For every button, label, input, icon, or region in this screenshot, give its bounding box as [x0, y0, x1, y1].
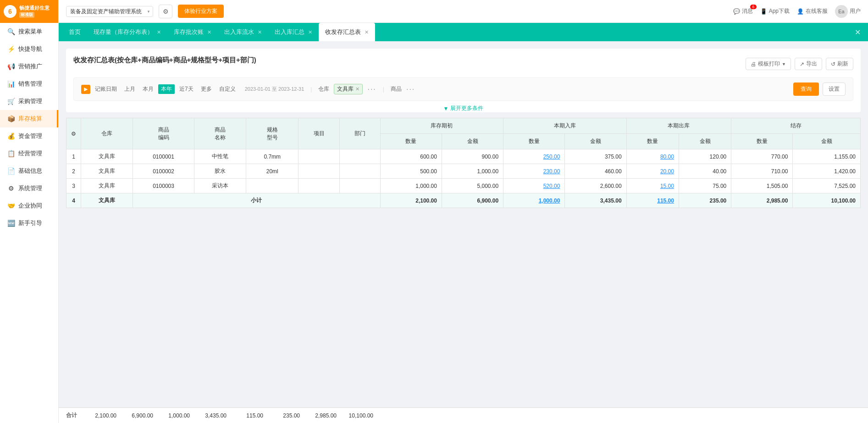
date-btn-last-month[interactable]: 上月 — [122, 84, 138, 94]
template-print-btn[interactable]: 🖨 模板打印 ▼ — [746, 58, 791, 70]
online-service-action[interactable]: 👤 在线客服 — [797, 7, 828, 15]
date-range-text: 2023-01-01 至 2023-12-31 — [245, 86, 304, 93]
tab-close-icon[interactable]: ✕ — [308, 29, 312, 35]
sidebar-item-basic[interactable]: 📄基础信息 — [0, 162, 58, 180]
cell-close-qty: 770.00 — [731, 149, 793, 164]
cell-out-amt: 120.00 — [679, 149, 731, 164]
user-label: 用户 — [850, 7, 861, 15]
export-btn[interactable]: ↗ 导出 — [795, 58, 822, 70]
cell-out-qty[interactable]: 20.00 — [626, 164, 679, 179]
tabbar: 首页现存量（库存分布表）✕库存批次账✕出入库流水✕出入库汇总✕收发存汇总表✕ ✕ — [59, 23, 868, 41]
export-icon: ↗ — [800, 61, 804, 67]
table-card: ⚙ 仓库 商品编码 商品名称 规格型号 项目 部门 库存期初 本期入库 本期出库… — [66, 118, 861, 208]
sidebar-item-newbie[interactable]: 🆕新手引导 — [0, 214, 58, 232]
app-name: 畅捷通好生意 — [19, 5, 50, 11]
cell-spec: 0.7mm — [246, 149, 299, 164]
system-dropdown[interactable]: 装备及固定资产辅助管理系统 — [66, 6, 153, 17]
sidebar-item-quick[interactable]: ⚡快捷导航 — [0, 40, 58, 58]
filter-settings-btn[interactable]: 设置 — [823, 82, 846, 96]
tabbar-close-icon[interactable]: ✕ — [851, 28, 864, 37]
cell-in-qty[interactable]: 230.00 — [503, 164, 565, 179]
sidebar-icon-search: 🔍 — [7, 28, 15, 35]
refresh-btn[interactable]: ↺ 刷新 — [826, 58, 853, 70]
sidebar-label-inventory: 库存核算 — [18, 115, 42, 123]
query-btn[interactable]: 查询 — [793, 82, 819, 96]
top-actions: 🖨 模板打印 ▼ ↗ 导出 ↺ 刷新 — [746, 58, 853, 70]
warehouse-tag-close[interactable]: ✕ — [355, 86, 359, 92]
cell-in-qty[interactable]: 250.00 — [503, 149, 565, 164]
tab-库存批次账[interactable]: 库存批次账✕ — [167, 23, 218, 41]
print-icon: 🖨 — [751, 61, 756, 67]
warehouse-filter-more[interactable]: ··· — [367, 85, 376, 93]
subtotal-close-qty: 2,985.00 — [731, 193, 793, 208]
subtotal-in-qty: 1,000.00 — [503, 193, 565, 208]
goods-filter-more[interactable]: ··· — [406, 85, 415, 93]
system-selector[interactable]: 装备及固定资产辅助管理系统 — [66, 6, 153, 17]
tab-close-icon[interactable]: ✕ — [258, 29, 262, 35]
cell-out-amt: 40.00 — [679, 164, 731, 179]
tab-首页[interactable]: 首页 — [62, 23, 87, 41]
app-download-action[interactable]: 📱 App下载 — [760, 7, 790, 15]
sidebar-icon-marketing: 📢 — [7, 63, 15, 70]
warehouse-tag[interactable]: 文具库 ✕ — [334, 84, 363, 94]
sidebar-item-finance[interactable]: 💰资金管理 — [0, 127, 58, 145]
total-label: 合计 — [66, 412, 77, 419]
cell-in-qty[interactable]: 520.00 — [503, 179, 565, 193]
sidebar-label-basic: 基础信息 — [18, 167, 42, 175]
date-btn-7days[interactable]: 近7天 — [177, 84, 196, 94]
app-download-label: App下载 — [769, 7, 790, 15]
sidebar-label-finance: 资金管理 — [18, 132, 42, 140]
tab-收发存汇总表[interactable]: 收发存汇总表✕ — [319, 23, 375, 41]
cell-spec — [246, 179, 299, 193]
cell-project — [299, 179, 339, 193]
content-area: 收发存汇总表(按仓库+商品编码+商品+规格型号+项目+部门) 🖨 模板打印 ▼ … — [59, 41, 868, 407]
user-action[interactable]: Ea 用户 — [835, 5, 861, 18]
th-in-amt: 金额 — [565, 134, 626, 149]
tab-出入库汇总[interactable]: 出入库汇总✕ — [268, 23, 319, 41]
cell-name: 采访本 — [194, 179, 246, 193]
sidebar-item-marketing[interactable]: 📢营销推广 — [0, 58, 58, 75]
sidebar: 6 畅捷通好生意 标准版 🔍搜索菜单⚡快捷导航📢营销推广📊销售管理🛒采购管理📦库… — [0, 0, 59, 423]
expand-more-btn[interactable]: ▼ 展开更多条件 — [73, 104, 853, 112]
tab-close-icon[interactable]: ✕ — [365, 29, 369, 35]
th-open-qty: 数量 — [380, 134, 442, 149]
experience-btn[interactable]: 体验行业方案 — [178, 5, 224, 18]
tab-close-icon[interactable]: ✕ — [207, 29, 211, 35]
cell-in-amt: 460.00 — [565, 164, 626, 179]
date-btn-more[interactable]: 更多 — [198, 84, 215, 94]
date-btn-this-year[interactable]: 本年 — [158, 84, 175, 94]
total-out-qty: 115.00 — [231, 412, 268, 419]
tab-close-icon[interactable]: ✕ — [157, 29, 161, 35]
date-btn-this-month[interactable]: 本月 — [140, 84, 156, 94]
cell-in-amt: 375.00 — [565, 149, 626, 164]
sidebar-item-purchase[interactable]: 🛒采购管理 — [0, 93, 58, 110]
tab-出入库流水[interactable]: 出入库流水✕ — [218, 23, 268, 41]
cell-out-qty[interactable]: 15.00 — [626, 179, 679, 193]
sidebar-item-search[interactable]: 🔍搜索菜单 — [0, 23, 58, 40]
sidebar-icon-system: ⚙ — [7, 185, 15, 192]
sidebar-item-system[interactable]: ⚙系统管理 — [0, 180, 58, 197]
sidebar-icon-enterprise: 🤝 — [7, 202, 15, 209]
sidebar-item-operations[interactable]: 📋经营管理 — [0, 145, 58, 162]
sidebar-label-operations: 经营管理 — [18, 149, 42, 158]
subtotal-close-amt: 10,100.00 — [793, 193, 861, 208]
tab-现存量-库存分布表-[interactable]: 现存量（库存分布表）✕ — [87, 23, 167, 41]
sidebar-item-sales[interactable]: 📊销售管理 — [0, 75, 58, 93]
date-btn-custom[interactable]: 自定义 — [216, 84, 238, 94]
settings-gear-icon[interactable]: ⚙ — [159, 5, 172, 18]
phone-icon: 📱 — [760, 8, 767, 15]
th-closing-group: 结存 — [731, 118, 861, 134]
cell-no: 2 — [66, 164, 81, 179]
message-action[interactable]: 💬 消息 6 — [733, 7, 753, 15]
subtotal-out-qty: 115.00 — [626, 193, 679, 208]
table-wrapper: ⚙ 仓库 商品编码 商品名称 规格型号 项目 部门 库存期初 本期入库 本期出库… — [66, 118, 861, 208]
sidebar-item-inventory[interactable]: 📦库存核算 — [0, 110, 58, 127]
cell-open-qty: 1,000.00 — [380, 179, 442, 193]
cell-project — [299, 149, 339, 164]
filter-collapse-btn[interactable]: ▶ — [81, 85, 90, 94]
app-logo: 6 畅捷通好生意 标准版 — [0, 0, 58, 23]
th-close-amt: 金额 — [793, 134, 861, 149]
sidebar-icon-finance: 💰 — [7, 132, 15, 140]
sidebar-item-enterprise[interactable]: 🤝企业协同 — [0, 197, 58, 214]
cell-out-qty[interactable]: 80.00 — [626, 149, 679, 164]
